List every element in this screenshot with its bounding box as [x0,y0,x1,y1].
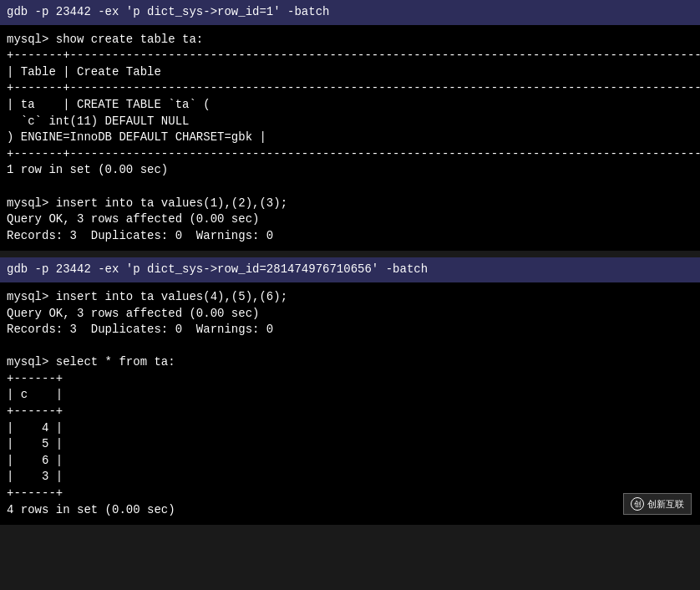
mysql-output-section-2: mysql> insert into ta values(4),(5),(6);… [0,282,700,525]
mysql-output-text-1: mysql> show create table ta: +-------+--… [7,32,693,245]
gdb-command-text-2: gdb -p 23442 -ex 'p dict_sys->row_id=281… [7,262,693,278]
watermark-icon: 创 [631,497,644,511]
watermark-badge: 创 创新互联 [623,493,692,515]
mysql-output-section-1: mysql> show create table ta: +-------+--… [0,25,700,252]
gdb-command-bar-2: gdb -p 23442 -ex 'p dict_sys->row_id=281… [0,257,700,282]
section-divider [0,251,700,257]
watermark-text: 创新互联 [647,498,684,511]
mysql-output-text-2: mysql> insert into ta values(4),(5),(6);… [7,289,693,518]
gdb-command-bar-1: gdb -p 23442 -ex 'p dict_sys->row_id=1' … [0,0,700,25]
gdb-command-text-1: gdb -p 23442 -ex 'p dict_sys->row_id=1' … [7,4,693,21]
